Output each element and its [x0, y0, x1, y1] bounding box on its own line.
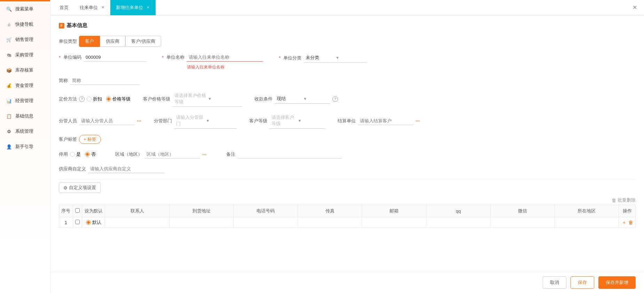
- radio-no[interactable]: 否: [85, 151, 96, 157]
- pricing-help-icon[interactable]: ?: [79, 96, 85, 102]
- col-region: 所在地区: [555, 205, 619, 217]
- customer-level-select[interactable]: 请选择客户等级 ▼: [269, 113, 325, 129]
- sidebar-item-sales[interactable]: 🛒 销售管理: [0, 32, 50, 47]
- sidebar-item-finance[interactable]: 💰 资金管理: [0, 78, 50, 93]
- col-checkbox: [73, 205, 82, 217]
- type-btn-both[interactable]: 客户/供应商: [125, 36, 161, 47]
- sidebar-item-basic[interactable]: 📋 基础信息: [0, 108, 50, 124]
- cell-region[interactable]: [555, 217, 619, 228]
- settlement-more-btn[interactable]: ···: [416, 118, 420, 124]
- customer-price-select[interactable]: 请选择客户价格等级 ▼: [172, 91, 242, 107]
- custom-settings-button[interactable]: ⚙ 自定义项设置: [59, 182, 101, 193]
- short-name-input[interactable]: [70, 76, 140, 85]
- supplier-custom-input[interactable]: [88, 165, 165, 173]
- manager-row: 分管人员 ··· 分管部门 请输入分管部门 ▼ 客户等级 请选择客户等级 ▼: [59, 113, 636, 129]
- customer-price-field: 客户价格等级 请选择客户价格等级 ▼: [143, 91, 242, 107]
- sidebar-item-label: 系统管理: [15, 128, 33, 135]
- batch-delete-button[interactable]: 🗑 批量删除: [612, 197, 636, 203]
- cell-phone[interactable]: [234, 217, 298, 228]
- payment-terms-select[interactable]: 现结 ▼: [275, 94, 330, 104]
- sidebar-item-search[interactable]: 🔍 搜索菜单: [0, 1, 50, 17]
- default-radio[interactable]: 默认: [84, 219, 103, 226]
- tab-contacts[interactable]: 往来单位 ✕: [74, 0, 110, 15]
- sidebar-item-label: 经营管理: [15, 98, 33, 104]
- required-star-name: *: [162, 55, 164, 60]
- chevron-down-icon: ▼: [208, 97, 240, 101]
- sidebar-item-newbie[interactable]: 👤 新手引导: [0, 139, 50, 154]
- remark-input[interactable]: [237, 150, 342, 158]
- radio-inner-default: [87, 221, 90, 224]
- unit-category-select[interactable]: 未分类 ▼: [304, 53, 366, 63]
- radio-inner-no: [86, 153, 89, 156]
- unit-type-row: 单位类型 客户 供应商 客户/供应商: [59, 36, 636, 47]
- sidebar-item-label: 采购管理: [15, 52, 33, 58]
- add-row-button[interactable]: +: [621, 220, 627, 225]
- radio-label-discount: 折扣: [93, 96, 102, 102]
- radio-yes[interactable]: 是: [70, 151, 81, 157]
- type-btn-supplier[interactable]: 供应商: [100, 36, 125, 47]
- email-input[interactable]: [364, 220, 424, 225]
- cell-email[interactable]: [362, 217, 426, 228]
- type-btn-customer[interactable]: 客户: [79, 36, 100, 47]
- radio-outer-default: [86, 220, 91, 225]
- contacts-table: 序号 设为默认 联系人 到货地址 电话号码 传真 邮箱 qq 微信 所在地区 操…: [59, 205, 636, 228]
- cell-address[interactable]: [169, 217, 233, 228]
- settlement-input[interactable]: [358, 117, 414, 125]
- dept-field: 分管部门 请输入分管部门 ▼: [154, 113, 237, 129]
- region-input[interactable]: [144, 150, 200, 158]
- qq-input[interactable]: [429, 220, 488, 225]
- cell-fax[interactable]: [298, 217, 362, 228]
- section-header: F 基本信息: [59, 22, 636, 29]
- chevron-down-icon: ▼: [298, 119, 323, 123]
- sidebar-item-inventory[interactable]: 📦 库存核算: [0, 63, 50, 78]
- save-and-new-button[interactable]: 保存并新增: [598, 276, 636, 289]
- search-icon: 🔍: [6, 6, 13, 13]
- col-email: 邮箱: [362, 205, 426, 217]
- close-contacts-icon[interactable]: ✕: [101, 5, 104, 10]
- delete-row-button[interactable]: 🗑: [628, 220, 633, 225]
- unit-code-label: 单位编码: [63, 54, 81, 60]
- dept-select[interactable]: 请输入分管部门 ▼: [174, 113, 237, 129]
- disabled-field: 停用 是 否: [59, 151, 96, 157]
- save-button[interactable]: 保存: [571, 276, 594, 289]
- row-checkbox[interactable]: [75, 220, 80, 224]
- cancel-button[interactable]: 取消: [543, 276, 566, 289]
- cell-wechat[interactable]: [490, 217, 555, 228]
- sidebar-item-label: 基础信息: [15, 113, 33, 119]
- home-icon: ⌂: [6, 21, 13, 28]
- unit-code-input[interactable]: [84, 53, 146, 62]
- cell-qq[interactable]: [426, 217, 490, 228]
- tab-new-contact[interactable]: 新增往来单位 ✕: [110, 0, 156, 15]
- wechat-input[interactable]: [493, 220, 552, 225]
- contact-input[interactable]: [107, 220, 167, 225]
- radio-discount[interactable]: 折扣: [87, 96, 102, 102]
- cell-checkbox[interactable]: [73, 217, 82, 228]
- manager-more-btn[interactable]: ···: [137, 118, 141, 124]
- settlement-label: 结算单位: [338, 118, 356, 124]
- region-cell-input[interactable]: [557, 220, 616, 225]
- select-all-checkbox[interactable]: [75, 208, 80, 213]
- region-more-btn[interactable]: ···: [202, 152, 207, 157]
- section-title: 基本信息: [66, 22, 87, 29]
- add-tag-button[interactable]: + 标签: [79, 135, 101, 144]
- table-header-row: 序号 设为默认 联系人 到货地址 电话号码 传真 邮箱 qq 微信 所在地区 操…: [59, 205, 636, 217]
- sidebar-item-purchase[interactable]: 🛍 采购管理: [0, 47, 50, 63]
- manager-field: 分管人员 ···: [59, 117, 141, 125]
- tab-home[interactable]: 首页: [54, 0, 74, 15]
- col-phone: 电话号码: [234, 205, 298, 217]
- finance-icon: 💰: [6, 82, 13, 89]
- sidebar-item-operations[interactable]: 📊 经营管理: [0, 93, 50, 108]
- fax-input[interactable]: [300, 220, 360, 225]
- unit-name-input[interactable]: [187, 53, 263, 62]
- manager-input[interactable]: [79, 117, 135, 125]
- phone-input[interactable]: [236, 220, 295, 225]
- close-new-contact-icon[interactable]: ✕: [147, 5, 150, 10]
- cell-contact[interactable]: [105, 217, 169, 228]
- sidebar-item-system[interactable]: ⚙ 系统管理: [0, 124, 50, 139]
- tab-close-all-button[interactable]: ✕: [629, 4, 641, 11]
- payment-help-icon[interactable]: ?: [332, 96, 338, 102]
- radio-price-level[interactable]: 价格等级: [106, 96, 131, 102]
- short-name-field: 简称: [59, 76, 140, 85]
- address-input[interactable]: [172, 220, 231, 225]
- sidebar-item-quicknav[interactable]: ⌂ 快捷导航: [0, 17, 50, 32]
